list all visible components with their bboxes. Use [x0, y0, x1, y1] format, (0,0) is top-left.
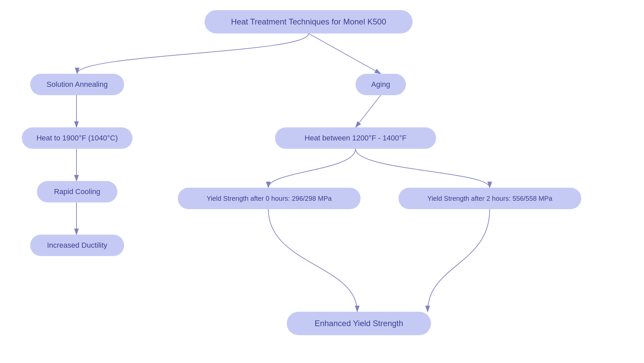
heat-1200-1400-node: Heat between 1200°F - 1400°F — [275, 127, 436, 149]
aging-node: Aging — [356, 74, 406, 95]
diagram: Heat Treatment Techniques for Monel K500… — [0, 0, 644, 363]
root-node: Heat Treatment Techniques for Monel K500 — [205, 10, 413, 34]
svg-line-3 — [356, 95, 381, 127]
heat-1900-node: Heat to 1900°F (1040°C) — [22, 127, 132, 149]
yield-0h-node: Yield Strength after 0 hours: 296/298 MP… — [178, 188, 361, 209]
solution-annealing-node: Solution Annealing — [30, 74, 124, 95]
increased-ductility-node: Increased Ductility — [30, 235, 124, 256]
yield-2h-node: Yield Strength after 2 hours: 556/558 MP… — [398, 188, 581, 209]
enhanced-yield-node: Enhanced Yield Strength — [287, 312, 431, 335]
rapid-cooling-node: Rapid Cooling — [37, 181, 117, 202]
